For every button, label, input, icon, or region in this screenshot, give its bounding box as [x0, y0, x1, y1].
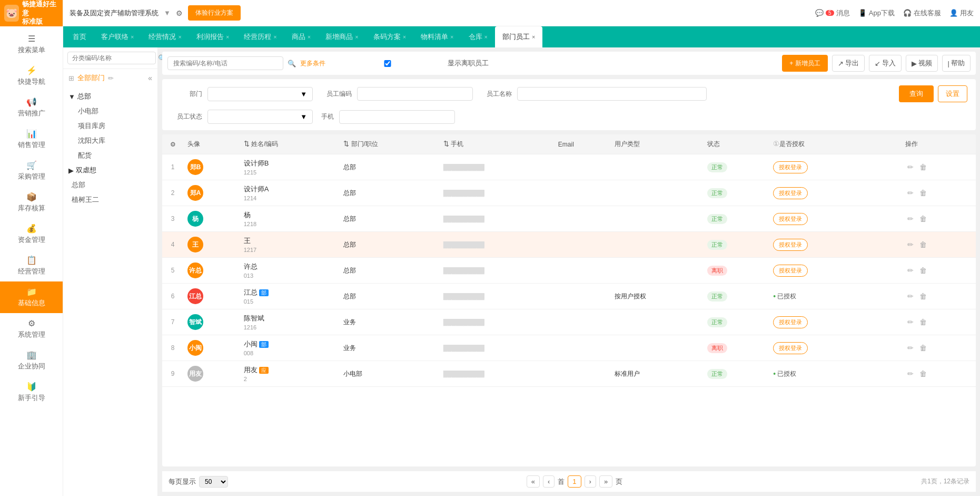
- auth-login-button[interactable]: 授权登录: [773, 265, 808, 277]
- edit-button[interactable]: ✏: [905, 188, 916, 198]
- tab-close-icon[interactable]: ×: [403, 34, 406, 40]
- auth-login-button[interactable]: 授权登录: [773, 239, 808, 251]
- sidebar-item-stock[interactable]: 📦 库存核算: [0, 187, 63, 218]
- tab-close-icon[interactable]: ×: [131, 34, 134, 40]
- tab-close-icon[interactable]: ×: [355, 34, 358, 40]
- sidebar-item-shortcut[interactable]: ⚡ 快捷导航: [0, 60, 63, 92]
- auth-login-button[interactable]: 授权登录: [773, 213, 808, 225]
- tree-edit-icon[interactable]: ✏: [108, 74, 114, 82]
- import-button[interactable]: ↙ 导入: [869, 55, 902, 72]
- search-input[interactable]: [167, 56, 283, 70]
- next-page-button[interactable]: ›: [585, 475, 596, 488]
- tab-bom[interactable]: 物料清单 ×: [413, 26, 461, 47]
- export-button[interactable]: ↗ 导出: [832, 55, 865, 72]
- online-service-item[interactable]: 🎧 在线客服: [903, 8, 941, 18]
- delete-button[interactable]: 🗑: [917, 368, 929, 379]
- tree-item[interactable]: 小电部: [63, 104, 157, 119]
- tree-item[interactable]: 配货: [63, 148, 157, 163]
- sidebar-item-finance[interactable]: 💰 资金管理: [0, 218, 63, 250]
- delete-button[interactable]: 🗑: [917, 213, 929, 224]
- sidebar-item-marketing[interactable]: 📢 营销推广: [0, 92, 63, 123]
- tab-barcode[interactable]: 条码方案 ×: [366, 26, 413, 47]
- delete-button[interactable]: 🗑: [917, 239, 929, 250]
- sidebar-item-operation[interactable]: 📋 经营管理: [0, 250, 63, 281]
- employee-code-input[interactable]: [357, 87, 473, 101]
- tree-item[interactable]: 沈阳大库: [63, 133, 157, 148]
- tree-item[interactable]: 植树王二: [63, 192, 157, 207]
- th-settings[interactable]: ⚙: [162, 134, 183, 154]
- sidebar-item-enterprise[interactable]: 🏢 企业协同: [0, 345, 63, 376]
- edit-button[interactable]: ✏: [905, 265, 916, 276]
- tab-close-icon[interactable]: ×: [450, 34, 453, 40]
- last-page-button[interactable]: »: [599, 475, 612, 488]
- tree-search-input[interactable]: [67, 52, 156, 64]
- sidebar-item-purchase[interactable]: 🛒 采购管理: [0, 155, 63, 187]
- edit-button[interactable]: ✏: [905, 162, 916, 172]
- tree-collapse-icon[interactable]: «: [148, 74, 152, 82]
- edit-button[interactable]: ✏: [905, 213, 916, 224]
- tab-close-icon[interactable]: ×: [178, 34, 181, 40]
- tab-close-icon[interactable]: ×: [226, 34, 229, 40]
- tab-warehouse[interactable]: 仓库 ×: [461, 26, 495, 47]
- sidebar-item-sales[interactable]: 📊 销售管理: [0, 123, 63, 155]
- tab-history[interactable]: 经营历程 ×: [236, 26, 284, 47]
- tab-close-icon[interactable]: ×: [484, 34, 488, 40]
- delete-button[interactable]: 🗑: [917, 343, 929, 353]
- app-download-item[interactable]: 📱 App下载: [858, 8, 895, 18]
- more-conditions-btn[interactable]: 更多条件: [300, 59, 325, 68]
- edit-button[interactable]: ✏: [905, 239, 916, 250]
- auth-login-button[interactable]: 授权登录: [773, 187, 808, 199]
- edit-button[interactable]: ✏: [905, 291, 916, 302]
- tab-department-employee[interactable]: 部门员工 ×: [495, 26, 542, 47]
- phone-input[interactable]: [339, 110, 455, 124]
- message-item[interactable]: 💬 5 消息: [815, 8, 850, 18]
- auth-login-button[interactable]: 授权登录: [773, 316, 808, 328]
- tab-profit[interactable]: 利润报告 ×: [189, 26, 236, 47]
- dept-select[interactable]: ▼: [207, 87, 313, 101]
- auth-login-button[interactable]: 授权登录: [773, 161, 808, 173]
- tab-close-icon[interactable]: ×: [308, 34, 311, 40]
- th-dept[interactable]: ⇅ 部门/职位: [339, 134, 439, 154]
- sidebar-item-basic[interactable]: 📁 基础信息: [0, 281, 63, 313]
- topbar-gear-icon[interactable]: ⚙: [176, 9, 183, 17]
- tab-customer[interactable]: 客户联络 ×: [94, 26, 141, 47]
- tree-item[interactable]: 项目库房: [63, 119, 157, 133]
- tab-add-goods[interactable]: 新增商品 ×: [318, 26, 365, 47]
- th-name[interactable]: ⇅ 姓名/编码: [240, 134, 340, 154]
- show-ex-label[interactable]: 显示离职员工: [330, 59, 489, 68]
- help-button[interactable]: | 帮助: [942, 55, 971, 72]
- tab-close-icon[interactable]: ×: [273, 34, 276, 40]
- settings-button[interactable]: 设置: [938, 85, 967, 102]
- delete-button[interactable]: 🗑: [917, 265, 929, 276]
- tree-item[interactable]: ▶ 双虐想: [63, 163, 157, 178]
- tree-item[interactable]: 总部: [63, 178, 157, 192]
- video-button[interactable]: ▶ 视频: [906, 55, 938, 72]
- sidebar-item-system[interactable]: ⚙ 系统管理: [0, 313, 63, 345]
- page-size-select[interactable]: 20 50 100: [199, 476, 228, 488]
- delete-button[interactable]: 🗑: [917, 291, 929, 302]
- th-phone[interactable]: ⇅ 手机: [439, 134, 554, 154]
- prev-page-button[interactable]: ‹: [543, 475, 555, 488]
- employee-status-select[interactable]: ▼: [207, 110, 313, 124]
- edit-button[interactable]: ✏: [905, 317, 916, 327]
- tab-home[interactable]: 首页: [65, 26, 94, 47]
- tree-item[interactable]: ▼ 总部: [63, 89, 157, 104]
- edit-button[interactable]: ✏: [905, 368, 916, 379]
- tab-goods[interactable]: 商品 ×: [284, 26, 318, 47]
- show-ex-checkbox[interactable]: [330, 60, 446, 67]
- sidebar-item-guide[interactable]: 🔰 新手引导: [0, 376, 63, 408]
- delete-button[interactable]: 🗑: [917, 162, 929, 172]
- search-icon[interactable]: 🔍: [288, 60, 296, 67]
- tab-operation-status[interactable]: 经营情况 ×: [141, 26, 189, 47]
- auth-login-button[interactable]: 授权登录: [773, 342, 808, 354]
- user-item[interactable]: 👤 用友: [949, 8, 974, 18]
- tab-close-icon[interactable]: ×: [532, 34, 535, 40]
- add-employee-button[interactable]: + 新增员工: [782, 55, 827, 72]
- first-page-button[interactable]: «: [527, 475, 540, 488]
- delete-button[interactable]: 🗑: [917, 317, 929, 327]
- employee-name-input[interactable]: [517, 87, 707, 101]
- sidebar-item-search[interactable]: ☰ 搜索菜单: [0, 28, 63, 60]
- delete-button[interactable]: 🗑: [917, 188, 929, 198]
- query-button[interactable]: 查询: [899, 85, 934, 102]
- edit-button[interactable]: ✏: [905, 343, 916, 353]
